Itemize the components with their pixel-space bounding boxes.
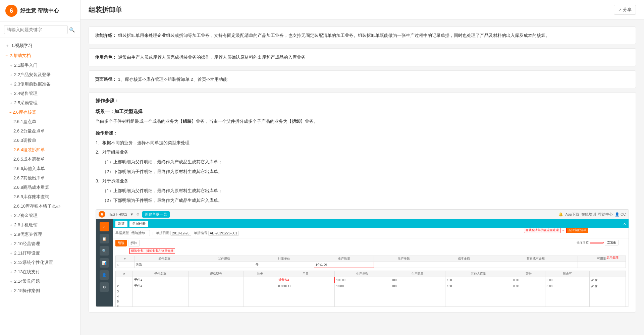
step3-sub1: （1）上部明细为父件明细，最终作为原材料生成其它出库单； （2）下部明细为子件明… [96,187,629,205]
table-row: 1 关系 件 1个/1.00 [116,262,626,268]
nav-sub-sub-list-inventory: 2.6.1盘点单 2.6.2分量盘点单 2.6.3调拨单 2.6.4组装拆卸单 … [0,117,80,211]
sidebar-item-dataprep[interactable]: ＋ 2.3使用前数据准备 [0,79,80,89]
sc-new-btn[interactable]: 新建单据一览 [142,211,170,218]
step1: 1、根据不同的业务，选择不同单据的类型来处理 [96,139,629,147]
sidebar-item-268[interactable]: 2.6.8商品成本重算 [0,183,80,192]
plus-icon-small5: ＋ [9,101,14,105]
sidebar-item-2610[interactable]: 2.6.10库存账本错了么办 [0,202,80,211]
sc-confirm-btn[interactable]: 立发生 [605,240,619,245]
topbar: 组装拆卸单 ↗ 分享 [80,0,644,20]
main-area: 组装拆卸单 ↗ 分享 功能介绍： 组装拆卸单用来处理企业组装或拆卸等加工业务，支… [80,0,644,335]
sc-type-value: 组装拆卸 [130,230,150,236]
step2: 2、对于组装业务 [96,148,629,157]
plus-icon-small4: ＋ [9,92,14,96]
sc-warehouse-input[interactable] [590,242,604,243]
sc-form-row1: 单据类型 组装拆卸 | 单据日期 2019-12-26 单据编号 [113,228,629,238]
sc-sidebar-icon-user: 👤 [100,270,109,280]
sc-logo: 6 [99,211,105,218]
sidebar-item-video[interactable]: ＋ 1.视频学习 [0,41,80,51]
sidebar-item-267[interactable]: 2.6.7其他出库单 [0,173,80,183]
sidebar-item-mobile[interactable]: ＋ 2.8手机旺铺 [0,220,80,230]
table-row: 2 子件2 0.000+1+ 10.00 100 100 [116,283,626,289]
path-text: 1、库存核算->库存管理->组装拆卸单 2、首页->常用功能 [118,77,228,82]
sc-bom-btn[interactable]: 选择装配清单 [566,228,588,233]
sidebar: 6 好生意 帮助中心 🔍 ＋ 1.视频学习 − 2.帮助文档 ＋ 2.1新手入门… [0,0,80,335]
sidebar-item-faq[interactable]: ＋ 2.14常见问题 [0,277,80,286]
table-row: 3 [116,289,626,294]
sidebar-item-pay[interactable]: ＋ 2.13在线支付 [0,267,80,277]
plus-icon: ＋ [5,43,9,49]
sc-type-row: 组装 拆卸 组装业务、拆卸业务在这里选择 [113,238,629,248]
sc-tab-list[interactable]: 单据列表 [129,221,148,227]
share-button[interactable]: ↗ 分享 [614,5,636,15]
logo-area: 6 好生意 帮助中心 [0,0,80,22]
sidebar-item-docs-label: 2.帮助文档 [10,53,31,59]
sidebar-item-cases[interactable]: ＋ 2.15操作案例 [0,286,80,295]
sc-sidebar-icon-doc: 📋 [100,234,109,243]
sidebar-item-install[interactable]: ＋ 2.2产品安装及登录 [0,70,80,79]
sidebar-item-video-label: 1.视频学习 [11,43,33,49]
plus-icon-small2: ＋ [9,73,14,77]
sc-icons: 🔔 App下载 在线培训 帮助中心 👤 CC [558,212,626,217]
role-text: 通常由生产人员或库管人员完成拆装业务的操作，库管人员确认原材料的出库和产成品的入… [118,55,306,60]
sc-upper-table: # 父件名称 父件规格 计量单位 生产数量 生产单数 成本金额 其它成本金额 [115,256,626,268]
ops-title: 操作步骤： [96,98,629,104]
sc-date-value: 2019-12-26 [170,231,191,236]
nav-sub-list-docs: ＋ 2.1新手入门 ＋ 2.2产品安装及登录 ＋ 2.3使用前数据准备 ＋ 2.… [0,61,80,295]
page-title: 组装拆卸单 [89,5,122,14]
sc-type-btn-assemble[interactable]: 组装 [115,240,127,246]
path-label: 页面路径： [95,77,117,82]
scenario1-desc: 当由多个子件材料组装成一个成品的业务为【组装】业务，当由一个父件拆分成多个子产品… [96,117,629,126]
sidebar-item-purchase[interactable]: ＋ 2.5采购管理 [0,98,80,108]
sc-tab-new[interactable]: 新建 [115,221,127,227]
sidebar-item-264[interactable]: 2.6.4组装拆卸单 [0,145,80,155]
sidebar-item-262[interactable]: 2.6.2分量盘点单 [0,126,80,136]
sc-field-billno: 单据编号 AD-20191226-001 [194,231,239,236]
sc-type-label: 单据类型 [115,231,129,235]
intro-text: 组装拆卸单用来处理企业组装或拆卸等加工业务，支持有固定装配清单的产品加工业务，也… [118,33,550,38]
sc-topbar: 6 TEST-H002 ▼ ⚙ 新建单据一览 🔔 App下载 在线培训 帮助中心… [96,210,629,219]
nav-list: ＋ 1.视频学习 − 2.帮助文档 ＋ 2.1新手入门 ＋ 2.2产品安装及登录… [0,38,80,335]
sidebar-item-sales[interactable]: ＋ 2.4销售管理 [0,89,80,98]
search-button[interactable]: 🔍 [68,26,76,34]
sidebar-item-266[interactable]: 2.6.6其他入库单 [0,164,80,173]
sc-type-btn-disassemble[interactable]: 拆卸 [128,240,140,246]
sidebar-item-newcomer[interactable]: ＋ 2.1新手入门 [0,61,80,70]
sidebar-item-ops[interactable]: ＋ 2.10经营管理 [0,239,80,248]
path-block: 页面路径： 1、库存核算->库存管理->组装拆卸单 2、首页->常用功能 [89,70,636,88]
annotation-bom-text: 有装配清单的在这里处理 [524,228,560,233]
sc-field-date: 单据日期 2019-12-26 [156,231,191,236]
sc-left-sidebar: ⌂ 📋 🔍 📊 👤 ⚙ [96,219,113,306]
annotation-bom: 有装配清单的在这里处理 → 选择装配清单 [524,228,588,233]
search-input[interactable] [4,25,68,34]
role-block: 使用角色： 通常由生产人员或库管人员完成拆装业务的操作，库管人员确认原材料的出库… [89,48,636,66]
sidebar-item-customize[interactable]: ＋ 2.12系统个性化设置 [0,258,80,267]
sc-field-type: 单据类型 组装拆卸 [115,230,150,236]
sc-lower-table-area: # 子件名称 规格型号 比例 用量 生产单数 生产总量 其他入库量 [113,269,629,306]
share-icon: ↗ [618,7,622,12]
sidebar-item-265[interactable]: 2.6.5成本调整单 [0,155,80,164]
annotation-enable: 启用处理 [606,256,619,260]
role-label: 使用角色： [95,55,117,60]
sc-body: ⌂ 📋 🔍 📊 👤 ⚙ 新建 [96,219,629,306]
app-logo: 6 [5,5,17,17]
sc-sidebar-icon-chart: 📊 [100,258,109,268]
sidebar-item-fund[interactable]: ＋ 2.7资金管理 [0,211,80,220]
sidebar-item-coupon[interactable]: ＋ 2.9优惠券管理 [0,230,80,239]
sidebar-item-inventory[interactable]: − 2.6库存核算 [0,108,80,117]
sidebar-item-263[interactable]: 2.6.3调拨单 [0,136,80,145]
intro-block: 功能介绍： 组装拆卸单用来处理企业组装或拆卸等加工业务，支持有固定装配清单的产品… [89,26,636,44]
ops-block: 操作步骤： 场景一：加工类型选择 当由多个子件材料组装成一个成品的业务为【组装】… [89,92,636,313]
intro-label: 功能介绍： [95,33,117,38]
sc-test-id: TEST-H002 [108,212,127,216]
sidebar-item-print[interactable]: ＋ 2.11打印设置 [0,248,80,258]
sidebar-item-269[interactable]: 2.6.9库存账本查询 [0,192,80,202]
plus-icon-small: ＋ [9,63,14,67]
sidebar-item-261[interactable]: 2.6.1盘点单 [0,117,80,126]
sc-upper-table-area: # 父件名称 父件规格 计量单位 生产数量 生产单数 成本金额 其它成本金额 [113,248,629,269]
sc-sidebar-icon-search: 🔍 [100,246,109,256]
sidebar-item-docs[interactable]: − 2.帮助文档 [0,51,80,61]
search-area: 🔍 [0,22,80,38]
sc-billno-value: AD-20191226-001 [208,231,239,236]
sc-content-topbar: 新建 单据列表 ✕ [113,219,629,228]
